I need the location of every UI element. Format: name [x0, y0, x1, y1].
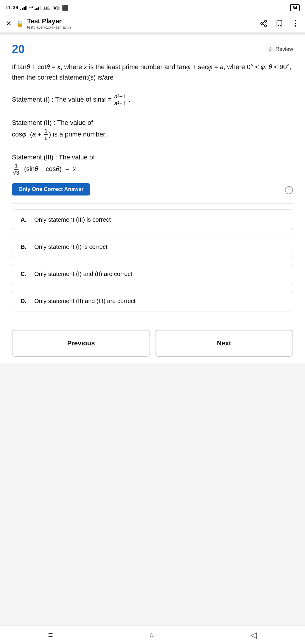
option-a-letter: A. [21, 216, 29, 223]
more-menu-button[interactable]: ⋮ [290, 18, 300, 29]
bar2 [22, 8, 23, 10]
option-d[interactable]: D. Only statement (II) and (III) are cor… [12, 291, 293, 311]
fraction-onea: 1 a [44, 128, 48, 142]
question-header: 20 ☆ Review [12, 43, 293, 56]
frac2-den: a [44, 135, 48, 141]
status-right: 64 [290, 4, 300, 11]
fraction-sinphi: a²−1 a²+1 [114, 93, 126, 107]
bar2-3 [38, 7, 39, 10]
answer-type-badge[interactable]: Only One Correct Answer [12, 183, 90, 195]
option-a[interactable]: A. Only statement (III) is correct [12, 210, 293, 230]
option-d-letter: D. [21, 298, 29, 305]
battery-level: 64 [290, 4, 300, 11]
previous-button[interactable]: Previous [12, 330, 150, 357]
question-body: If tanθ + cotθ = x, where x is the least… [12, 62, 293, 176]
review-button[interactable]: ☆ Review [268, 46, 293, 53]
option-c-letter: C. [21, 271, 29, 277]
option-b-letter: B. [21, 243, 29, 250]
review-label: Review [276, 46, 293, 52]
var-x2: x [84, 63, 87, 71]
svg-line-4 [262, 22, 264, 23]
back-icon-button[interactable]: ◁ [250, 630, 257, 640]
bottom-bar: ≡ ○ ◁ [0, 626, 305, 644]
statement-2b: cosφ (a + 1 a ) is a prime number. [12, 131, 107, 138]
frac3-den: √3 [13, 170, 20, 176]
statement-3b: 1 √3 (sinθ + cosθ) = x. [12, 165, 78, 173]
theta1: θ [27, 63, 30, 71]
statement-1: Statement (I) : The value of sinφ = a²−1… [12, 96, 130, 103]
main-content: 20 ☆ Review If tanθ + cotθ = x, where x … [0, 35, 305, 324]
options-list: A. Only statement (III) is correct B. On… [12, 210, 293, 318]
svg-line-3 [262, 24, 264, 25]
app-name: Test Player [27, 17, 255, 25]
divider-1 [12, 203, 293, 204]
frac2-num: 1 [44, 128, 48, 135]
question-text-main: If tanθ + cotθ = x, where x is the least… [12, 63, 291, 81]
bar1 [20, 9, 21, 10]
status-dot: ⬛ [62, 4, 69, 11]
share-button[interactable] [259, 18, 269, 29]
toolbar: ✕ 🔒 Test Player testplayerv1.aakash.ac.i… [0, 14, 305, 33]
lock-icon: 🔒 [16, 20, 24, 27]
nav-buttons: Previous Next [0, 324, 305, 363]
bar4 [25, 6, 27, 10]
bar2-1 [35, 9, 36, 10]
theta3: θ [269, 63, 272, 71]
bar2-2 [36, 8, 38, 10]
option-c-text: Only statement (I) and (II) are correct [34, 271, 132, 277]
option-d-text: Only statement (II) and (III) are correc… [34, 298, 136, 305]
phi1: φ [186, 63, 190, 71]
fraction-sqrt3: 1 √3 [13, 162, 20, 176]
info-button[interactable]: ⓘ [285, 185, 293, 196]
menu-icon-button[interactable]: ≡ [48, 630, 53, 640]
question-number: 20 [12, 43, 24, 56]
toolbar-title: Test Player testplayerv1.aakash.ac.in [27, 17, 255, 30]
home-icon-button[interactable]: ○ [149, 630, 154, 640]
option-a-text: Only statement (III) is correct [34, 216, 111, 223]
answer-type-row: Only One Correct Answer ⓘ [12, 183, 293, 200]
statement-3: Statement (III) : The value of [12, 153, 95, 161]
bookmark-button[interactable] [275, 18, 284, 29]
close-button[interactable]: ✕ [5, 18, 13, 29]
lte-badge: LTE [43, 6, 50, 10]
next-button[interactable]: Next [155, 330, 293, 357]
frac3-num: 1 [14, 162, 18, 169]
phi3: φ [261, 63, 265, 71]
app-url: testplayerv1.aakash.ac.in [27, 25, 255, 30]
status-bar: 11:39 ⁺⁴ᴳ LTE Vo ⬛ 64 [0, 0, 305, 14]
star-icon: ☆ [268, 46, 274, 53]
signal-bars [20, 5, 27, 10]
spacer [0, 363, 305, 387]
option-b[interactable]: B. Only statement (I) is correct [12, 237, 293, 257]
var-a: a [220, 63, 223, 71]
frac-num: a²−1 [114, 93, 126, 100]
option-c[interactable]: C. Only statement (I) and (II) are corre… [12, 264, 293, 284]
bar2-4 [40, 6, 41, 10]
bar3 [24, 7, 25, 10]
signal-bars-2 [35, 5, 41, 10]
phi2: φ [208, 63, 212, 71]
network-4g: ⁺⁴ᴳ [28, 6, 33, 10]
var-x: x [57, 63, 60, 71]
theta2: θ [46, 63, 50, 71]
frac-den: a²+1 [114, 100, 126, 107]
statement-2: Statement (II) : The value of [12, 119, 93, 126]
status-time: 11:39 [5, 5, 18, 11]
status-left: 11:39 ⁺⁴ᴳ LTE Vo ⬛ [5, 4, 69, 11]
toolbar-icons: ⋮ [259, 18, 300, 29]
vo-badge: Vo [53, 5, 60, 11]
option-b-text: Only statement (I) is correct [34, 243, 108, 250]
